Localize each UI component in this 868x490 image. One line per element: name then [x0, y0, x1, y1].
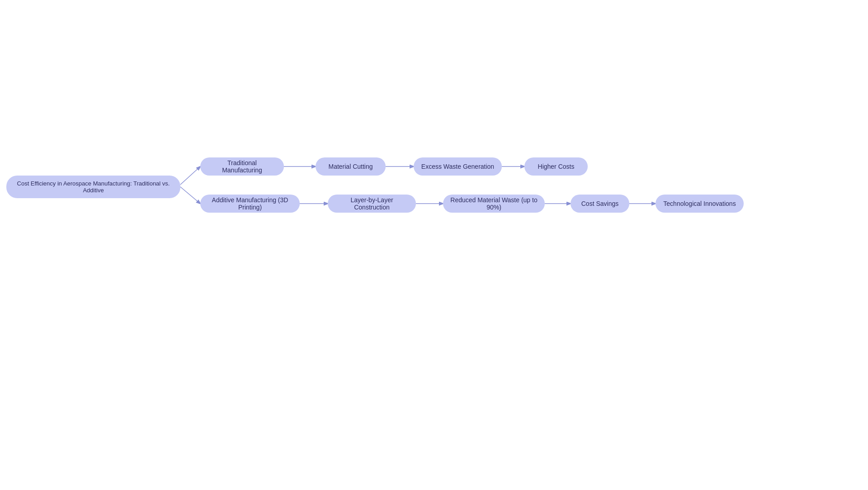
- node-material-cutting[interactable]: Material Cutting: [316, 157, 386, 176]
- svg-line-0: [180, 167, 200, 185]
- svg-line-1: [180, 187, 200, 204]
- connector-layer: [0, 0, 868, 490]
- higher-costs-label: Higher Costs: [538, 163, 575, 170]
- node-additive-manufacturing[interactable]: Additive Manufacturing (3D Printing): [200, 195, 300, 213]
- node-higher-costs[interactable]: Higher Costs: [524, 157, 588, 176]
- node-excess-waste[interactable]: Excess Waste Generation: [414, 157, 502, 176]
- diagram-container: Cost Efficiency in Aerospace Manufacturi…: [0, 0, 868, 490]
- reduced-waste-label: Reduced Material Waste (up to 90%): [450, 196, 538, 211]
- cost-savings-label: Cost Savings: [581, 200, 618, 207]
- node-traditional-manufacturing[interactable]: Traditional Manufacturing: [200, 157, 284, 176]
- material-cutting-label: Material Cutting: [328, 163, 373, 170]
- root-node[interactable]: Cost Efficiency in Aerospace Manufacturi…: [6, 176, 180, 198]
- layer-by-layer-label: Layer-by-Layer Construction: [335, 196, 409, 211]
- node-layer-by-layer[interactable]: Layer-by-Layer Construction: [328, 195, 416, 213]
- node-technological-innovations[interactable]: Technological Innovations: [656, 195, 744, 213]
- additive-mfg-label: Additive Manufacturing (3D Printing): [208, 196, 292, 211]
- node-reduced-waste[interactable]: Reduced Material Waste (up to 90%): [443, 195, 545, 213]
- tech-innovations-label: Technological Innovations: [663, 200, 736, 207]
- root-node-label: Cost Efficiency in Aerospace Manufacturi…: [14, 180, 173, 194]
- excess-waste-label: Excess Waste Generation: [421, 163, 494, 170]
- node-cost-savings[interactable]: Cost Savings: [571, 195, 629, 213]
- trad-mfg-label: Traditional Manufacturing: [208, 159, 277, 174]
